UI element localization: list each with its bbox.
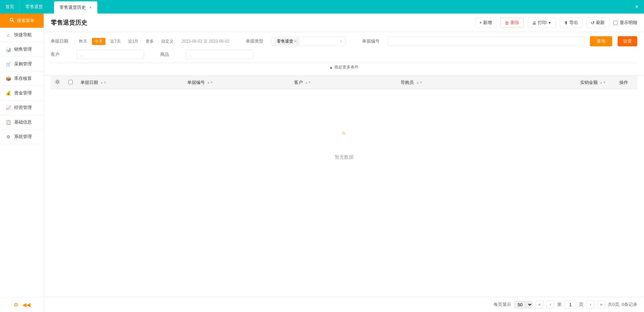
page-header: 零售退货历史 + 新增 🗑 删除 🖨 打印 ▼ ⬆ 导出 ↺ (44, 14, 644, 32)
table-header-row: 单据日期 ▲▼ 单据编号 ▲▼ 客户 ▲▼ 导购员 (51, 76, 637, 89)
type-tag-remove[interactable]: × (294, 39, 297, 44)
date-btn-yesterday[interactable]: 昨天 (76, 38, 90, 45)
date-btn-today[interactable]: 今天 (92, 38, 105, 45)
settings-button[interactable]: 设置 (618, 36, 637, 46)
tab-close-retail-return-history[interactable]: × (89, 5, 91, 9)
per-page-select[interactable]: 50 10 20 100 (514, 301, 533, 309)
settings-icon-btn[interactable]: ⚙ (14, 302, 18, 308)
sidebar-label-inventory: 库存核算 (14, 75, 32, 82)
export-icon: ⬆ (564, 20, 568, 25)
basic-icon: 📋 (5, 119, 11, 125)
th-salesperson-label: 导购员 (401, 80, 414, 85)
delete-icon: 🗑 (505, 20, 509, 25)
tab-home[interactable]: 首页 (0, 0, 20, 14)
sidebar-item-inventory[interactable]: 📦 库存核算 (0, 71, 44, 86)
amount-sort-icon[interactable]: ▲▼ (599, 81, 606, 84)
sidebar-search-button[interactable]: 搜索菜单 (0, 14, 44, 28)
first-page-btn[interactable]: « (535, 300, 544, 309)
filter-area: 单据日期 昨天 今天 近7天 近1月 更多 自定义 2023-06-02 至 2… (44, 32, 644, 76)
date-btn-1month[interactable]: 近1月 (125, 38, 141, 45)
page-label: 第 (557, 302, 562, 308)
collapse-button[interactable]: ▲ 收起更多条件 (51, 63, 637, 71)
sidebar-item-sales-mgmt[interactable]: 📊 销售管理 (0, 42, 44, 57)
table-container: 单据日期 ▲▼ 单据编号 ▲▼ 客户 ▲▼ 导购员 (44, 76, 644, 297)
customer-placeholder: ... (79, 52, 83, 57)
sidebar-nav: ⌂ 快捷导航 📊 销售管理 🛒 采购管理 📦 库存核算 💰 资金管理 📈 经营管… (0, 28, 44, 144)
main-table: 单据日期 ▲▼ 单据编号 ▲▼ 客户 ▲▼ 导购员 (51, 76, 637, 89)
th-checkbox[interactable] (64, 76, 76, 89)
filter-row-1: 单据日期 昨天 今天 近7天 近1月 更多 自定义 2023-06-02 至 2… (51, 36, 637, 46)
sidebar: 搜索菜单 ⌂ 快捷导航 📊 销售管理 🛒 采购管理 📦 库存核算 💰 资金管理 … (0, 14, 44, 312)
th-amount-label: 实销金额 (580, 80, 598, 85)
sidebar-label-quick-nav: 快捷导航 (14, 32, 32, 38)
last-page-btn[interactable]: » (597, 300, 605, 309)
window-close-button[interactable]: × (635, 3, 639, 10)
number-filter-input[interactable] (388, 37, 585, 46)
tab-list: 首页零售退货×零售退货历史× (0, 0, 629, 14)
customer-sort-icon[interactable]: ▲▼ (305, 81, 311, 84)
purchase-icon: 🛒 (5, 61, 11, 67)
date-btn-7days[interactable]: 近7天 (108, 38, 123, 45)
th-settings[interactable] (51, 76, 64, 89)
refresh-button[interactable]: ↺ 刷新 (587, 18, 609, 28)
date-btn-custom[interactable]: 自定义 (159, 38, 176, 45)
type-filter-select[interactable]: 零售退货 × ▼ (271, 37, 346, 46)
add-button[interactable]: + 新增 (475, 18, 496, 28)
tab-retail-return-history[interactable]: 零售退货历史× (54, 1, 97, 14)
total-label: 共0页, 0条记录 (608, 302, 637, 308)
sidebar-search-label: 搜索菜单 (17, 18, 34, 24)
sales-icon: 📊 (5, 46, 11, 52)
th-action: 操作 (610, 76, 637, 89)
type-tag: 零售退货 × (275, 38, 299, 45)
customer-filter-input[interactable]: ... (76, 50, 144, 59)
per-page-label: 每页显示 (494, 302, 511, 308)
content-area: 零售退货历史 + 新增 🗑 删除 🖨 打印 ▼ ⬆ 导出 ↺ (44, 14, 644, 312)
empty-text: 暂无数据 (335, 154, 354, 160)
print-icon: 🖨 (532, 20, 536, 25)
sidebar-item-system[interactable]: ⚙ 系统管理 (0, 130, 44, 144)
sidebar-label-purchase-mgmt: 采购管理 (14, 61, 32, 67)
next-page-btn[interactable]: › (586, 300, 594, 309)
tab-retail-return[interactable]: 零售退货× (20, 0, 54, 14)
sidebar-item-purchase-mgmt[interactable]: 🛒 采购管理 (0, 57, 44, 71)
sidebar-item-quick-nav[interactable]: ⌂ 快捷导航 (0, 28, 44, 42)
sidebar-item-business[interactable]: 📈 经营管理 (0, 101, 44, 115)
volume-icon-btn[interactable]: ◀◀ (22, 302, 30, 308)
goods-filter-label: 商品 (160, 51, 181, 58)
toolbar: + 新增 🗑 删除 🖨 打印 ▼ ⬆ 导出 ↺ 刷新 (475, 18, 637, 28)
svg-point-2 (56, 81, 58, 83)
print-button[interactable]: 🖨 打印 ▼ (528, 18, 556, 28)
tab-label-retail-return: 零售退货 (25, 4, 43, 10)
select-all-checkbox[interactable] (68, 80, 73, 84)
th-number-label: 单据编号 (187, 80, 205, 85)
system-icon: ⚙ (5, 134, 11, 140)
date-sort-icon[interactable]: ▲▼ (100, 81, 107, 84)
th-number: 单据编号 ▲▼ (183, 76, 290, 89)
th-customer: 客户 ▲▼ (290, 76, 397, 89)
sidebar-item-finance[interactable]: 💰 资金管理 (0, 86, 44, 101)
date-btn-more[interactable]: 更多 (143, 38, 157, 45)
show-detail-checkbox-label[interactable]: 显示明细 (613, 20, 637, 26)
tab-label-retail-return-history: 零售退货历史 (59, 4, 86, 10)
query-button[interactable]: 查询 (590, 36, 612, 46)
salesperson-sort-icon[interactable]: ▲▼ (416, 81, 423, 84)
page-number-input[interactable] (564, 300, 576, 309)
delete-button[interactable]: 🗑 删除 (500, 18, 524, 28)
tab-close-retail-return[interactable]: × (46, 5, 48, 9)
sidebar-item-basic-info[interactable]: 📋 基础信息 (0, 115, 44, 130)
show-detail-checkbox[interactable] (613, 21, 618, 25)
main-layout: 搜索菜单 ⌂ 快捷导航 📊 销售管理 🛒 采购管理 📦 库存核算 💰 资金管理 … (0, 14, 644, 312)
sidebar-label-basic-info: 基础信息 (14, 119, 32, 125)
number-filter-label: 单据编号 (362, 38, 382, 44)
top-bar-right: × (629, 3, 644, 10)
collapse-icon: ▲ (329, 65, 333, 70)
date-filter-label: 单据日期 (51, 38, 71, 44)
export-button[interactable]: ⬆ 导出 (560, 18, 582, 28)
th-customer-label: 客户 (294, 80, 303, 85)
print-dropdown-icon: ▼ (548, 21, 551, 25)
goods-filter-input[interactable]: ... (186, 50, 254, 59)
prev-page-btn[interactable]: ‹ (546, 300, 554, 309)
date-filter-group: 昨天 今天 近7天 近1月 更多 自定义 (76, 38, 176, 45)
number-sort-icon[interactable]: ▲▼ (207, 81, 213, 84)
tab-label-home: 首页 (5, 4, 14, 10)
